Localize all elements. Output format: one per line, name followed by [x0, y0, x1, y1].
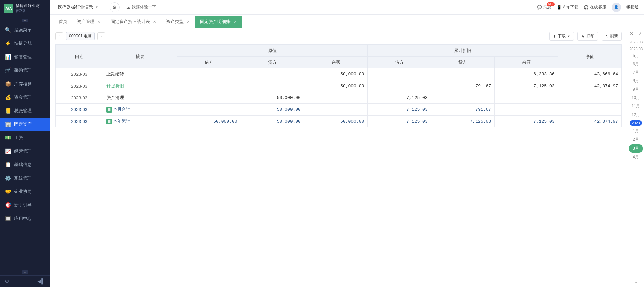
panel-month-6[interactable]: 6月	[627, 60, 644, 68]
panel-expand-icon[interactable]: ⤢	[638, 31, 642, 36]
next-asset-button[interactable]: ›	[97, 32, 105, 40]
app-download-label: App下载	[563, 4, 578, 10]
sidebar-bottom: ⚙ ◀▌	[0, 275, 50, 287]
tab-asset-mgmt-close[interactable]: ✕	[96, 19, 101, 24]
cell-summary: 资产清理	[103, 92, 177, 104]
cell-accum-balance: 7,125.03	[495, 80, 558, 92]
company-selector[interactable]: 医疗器械行业演示 ▼	[55, 3, 101, 12]
panel-month-7[interactable]: 7月	[627, 68, 644, 77]
sidebar-item-guide[interactable]: 🎯 新手引导	[0, 198, 50, 212]
dropdown-icon: ▼	[95, 5, 98, 9]
print-label: 打印	[586, 33, 594, 39]
cell-accum-credit	[431, 92, 494, 104]
download-dropdown-icon: ▼	[567, 35, 570, 38]
sidebar-item-purchase[interactable]: 🛒 采购管理	[0, 64, 50, 77]
quick-nav-icon: ⚡	[5, 40, 11, 47]
cell-net-value: 43,666.64	[558, 68, 621, 80]
panel-close-icon[interactable]: ✕	[630, 31, 634, 36]
sidebar-scroll-up[interactable]: ▲	[0, 17, 50, 23]
basics-icon: 📋	[5, 161, 11, 168]
panel-month-3-active[interactable]: 3月	[629, 144, 643, 153]
tab-depreciation-close[interactable]: ✕	[152, 19, 157, 24]
table-row: 2023-03 计提折旧 50,000.00 791.67 7,125.03 4…	[56, 80, 622, 92]
topbar-divider-1	[105, 4, 105, 11]
app-download-action[interactable]: 📱 App下载	[557, 4, 578, 10]
scroll-up-icon[interactable]: ▲	[22, 19, 28, 22]
table-row: 2023-03 ☰本月合计 50,000.00 7,125.03 791.67	[56, 104, 622, 116]
message-action[interactable]: 💬 消息 99+	[537, 4, 551, 10]
print-button[interactable]: 🖨 打印	[577, 32, 598, 41]
panel-month-1[interactable]: 1月	[627, 127, 644, 135]
experience-button[interactable]: ☁ 我要体验一下	[124, 3, 159, 11]
toolbar-right: ⬇ 下载 ▼ 🖨 打印 ↻ 刷新	[549, 32, 622, 41]
sidebar-item-operations[interactable]: 📈 经营管理	[0, 145, 50, 158]
username[interactable]: 畅捷通	[626, 4, 639, 10]
settings-button[interactable]: ⚙	[110, 2, 120, 12]
sidebar-item-funds[interactable]: 💰 资金管理	[0, 91, 50, 104]
sidebar-item-cooperation[interactable]: 🤝 企业协同	[0, 185, 50, 198]
tabs-bar: 首页 资产管理 ✕ 固定资产折旧统计表 ✕ 资产类型 ✕ 固定资产明细账 ✕	[50, 15, 644, 28]
print-icon: 🖨	[581, 34, 585, 39]
sidebar-logo: AtA 畅捷通好业财 普及版	[0, 0, 50, 17]
sidebar-item-label: 总账管理	[14, 108, 32, 114]
tab-home[interactable]: 首页	[54, 16, 72, 28]
tab-asset-type-close[interactable]: ✕	[186, 19, 190, 24]
system-icon: ⚙️	[5, 175, 11, 182]
online-service-action[interactable]: 🎧 在线客服	[584, 4, 606, 10]
sidebar-item-ledger[interactable]: 📒 总账管理	[0, 104, 50, 118]
sidebar-item-app-center[interactable]: 🔲 应用中心	[0, 212, 50, 225]
panel-month-8[interactable]: 8月	[627, 77, 644, 85]
panel-month-5[interactable]: 5月	[627, 52, 644, 60]
refresh-button[interactable]: ↻ 刷新	[602, 32, 622, 41]
sidebar-item-system[interactable]: ⚙️ 系统管理	[0, 171, 50, 185]
cell-orig-debit: 50,000.00	[177, 116, 241, 127]
message-icon: 💬	[537, 5, 542, 10]
panel-month-10[interactable]: 10月	[627, 94, 644, 102]
col-orig-credit: 贷方	[241, 57, 304, 68]
collapse-icon[interactable]: ◀▌	[37, 278, 45, 284]
settings-icon[interactable]: ⚙	[5, 278, 9, 284]
cell-net-value	[558, 104, 621, 116]
scroll-down-icon[interactable]: ▼	[22, 270, 28, 274]
sidebar-item-label: 库存核算	[14, 81, 32, 87]
tab-asset-mgmt[interactable]: 资产管理 ✕	[72, 16, 106, 28]
panel-month-9[interactable]: 9月	[627, 85, 644, 94]
page-toolbar: ‹ 000001 电脑 › ⬇ 下载 ▼ 🖨 打印 ↻ 刷新	[50, 28, 627, 44]
tab-asset-type[interactable]: 资产类型 ✕	[161, 16, 195, 28]
sidebar-scroll-down[interactable]: ▼	[0, 269, 50, 275]
cell-accum-balance: 6,333.36	[495, 68, 558, 80]
cell-orig-debit	[177, 104, 241, 116]
panel-month-12[interactable]: 12月	[627, 110, 644, 119]
summary-icon: ☰	[106, 119, 112, 124]
tab-asset-detail-close[interactable]: ✕	[233, 19, 237, 24]
table-row: 2023-03 上期结转 50,000.00 6,333.36 43,666.6…	[56, 68, 622, 80]
sidebar: AtA 畅捷通好业财 普及版 ▲ 🔍 搜索菜单 ⚡ 快捷导航 📊 销售管理 🛒 …	[0, 0, 50, 287]
online-service-label: 在线客服	[590, 4, 606, 10]
app-center-icon: 🔲	[5, 215, 11, 222]
cell-summary[interactable]: 计提折旧	[103, 80, 177, 92]
panel-month-2[interactable]: 2月	[627, 135, 644, 144]
prev-asset-button[interactable]: ‹	[55, 32, 63, 40]
sidebar-item-search[interactable]: 🔍 搜索菜单	[0, 23, 50, 37]
tab-depreciation-stats[interactable]: 固定资产折旧统计表 ✕	[106, 16, 161, 28]
cell-accum-credit: 791.67	[431, 80, 494, 92]
sidebar-item-fixed-assets[interactable]: 🏢 固定资产	[0, 118, 50, 131]
sidebar-item-quick-nav[interactable]: ⚡ 快捷导航	[0, 37, 50, 50]
cell-accum-debit	[368, 68, 431, 80]
sidebar-item-label: 销售管理	[14, 54, 32, 60]
download-button[interactable]: ⬇ 下载 ▼	[549, 32, 574, 41]
panel-scroll-down[interactable]: ⌄	[633, 278, 639, 286]
tab-asset-detail[interactable]: 固定资产明细账 ✕	[195, 16, 242, 28]
operations-icon: 📈	[5, 148, 11, 155]
panel-month-11[interactable]: 11月	[627, 102, 644, 110]
col-accum-credit: 贷方	[431, 57, 494, 68]
sidebar-item-label: 企业协同	[14, 189, 32, 195]
sidebar-item-basics[interactable]: 📋 基础信息	[0, 158, 50, 171]
sidebar-item-inventory[interactable]: 📦 库存核算	[0, 77, 50, 91]
sidebar-item-salary[interactable]: 💵 工资	[0, 131, 50, 145]
salary-icon: 💵	[5, 134, 11, 141]
sidebar-item-sales[interactable]: 📊 销售管理	[0, 50, 50, 64]
panel-month-4[interactable]: 4月	[627, 153, 644, 161]
experience-label: 我要体验一下	[132, 4, 156, 10]
right-panel: ✕ ⤢ 2023.03 2023.03 5月 6月 7月 8月 9月 10月 1…	[627, 28, 644, 287]
